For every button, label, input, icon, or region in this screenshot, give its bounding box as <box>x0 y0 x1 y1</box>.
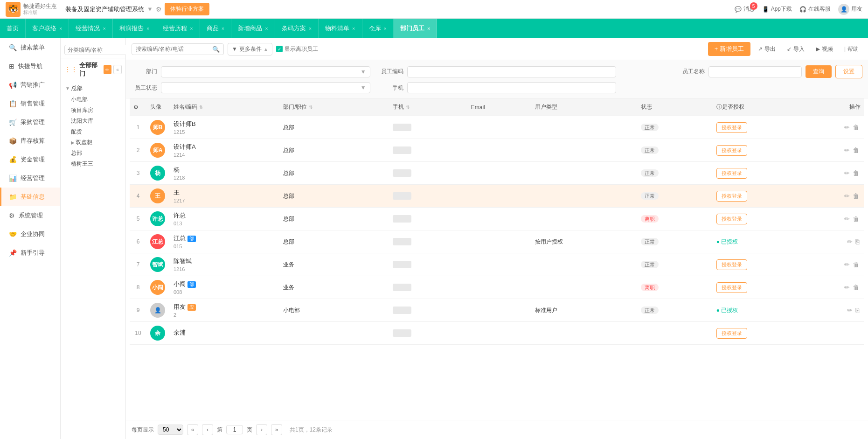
delete-icon[interactable]: 🗑 <box>851 192 861 200</box>
tab-customer[interactable]: 客户联络 × <box>26 19 69 38</box>
edit-icon[interactable]: ✏ <box>843 124 851 131</box>
more-filter-btn[interactable]: ▼ 更多条件 ▲ <box>228 43 272 56</box>
th-phone[interactable]: 手机 ⇅ <box>389 98 467 116</box>
edit-icon[interactable]: ✏ <box>846 238 854 245</box>
edit-icon[interactable]: ✏ <box>846 307 854 314</box>
tab-barcode[interactable]: 条码方案 × <box>275 19 319 38</box>
copy-icon[interactable]: ⎘ <box>854 307 861 314</box>
sidebar-item-quicknav[interactable]: ⊞ 快捷导航 <box>0 57 60 76</box>
add-employee-button[interactable]: + 新增员工 <box>708 42 750 56</box>
auth-login-btn[interactable]: 授权登录 <box>716 191 747 202</box>
export-btn[interactable]: ↗ 导出 <box>754 43 779 55</box>
settings-icon[interactable]: ⚙ <box>156 6 162 13</box>
last-page-btn[interactable]: » <box>271 424 282 435</box>
show-former-toggle[interactable]: ✓ 显示离职员工 <box>276 45 318 53</box>
tab-history[interactable]: 经营历程 × <box>156 19 200 38</box>
close-icon[interactable]: × <box>309 26 312 31</box>
close-icon[interactable]: × <box>222 26 224 31</box>
th-dept[interactable]: 部门/职位 ⇅ <box>279 98 389 116</box>
phone-input[interactable] <box>407 82 617 93</box>
delete-icon[interactable]: 🗑 <box>851 215 861 223</box>
sidebar-item-purchase[interactable]: 🛒 采购管理 <box>0 113 60 132</box>
close-icon[interactable]: × <box>59 26 62 31</box>
prev-page-btn[interactable]: ‹ <box>202 424 213 435</box>
tab-home[interactable]: 首页 <box>0 19 26 38</box>
search-button[interactable]: 查询 <box>806 65 832 78</box>
edit-icon[interactable]: ✏ <box>843 146 851 154</box>
th-name-code[interactable]: 姓名/编码 ⇅ <box>170 98 279 116</box>
delete-icon[interactable]: 🗑 <box>851 169 861 177</box>
settings-icon[interactable]: ⚙ <box>133 104 139 111</box>
status-select[interactable]: ▼ <box>161 82 370 93</box>
sidebar-item-marketing[interactable]: 📢 营销推广 <box>0 76 60 94</box>
search-icon[interactable]: 🔍 <box>212 46 220 53</box>
auth-login-btn[interactable]: 授权登录 <box>716 259 747 270</box>
auth-login-btn[interactable]: 授权登录 <box>716 328 747 339</box>
edit-icon[interactable]: ✏ <box>843 215 851 223</box>
edit-icon[interactable]: ✏ <box>843 169 851 177</box>
help-btn[interactable]: | 帮助 <box>840 43 862 55</box>
tab-new-goods[interactable]: 新增商品 × <box>231 19 275 38</box>
video-btn[interactable]: ▶ 视频 <box>812 43 837 55</box>
close-icon[interactable]: × <box>265 26 268 31</box>
sidebar-item-baseinfo[interactable]: 📁 基础信息 <box>0 188 60 206</box>
message-btn[interactable]: 💬 消息 5 <box>735 5 755 13</box>
close-icon[interactable]: × <box>190 26 193 31</box>
dept-node-zhishuwangsan[interactable]: 植树王三 <box>61 159 125 169</box>
set-button[interactable]: 设置 <box>835 65 862 78</box>
dept-edit-btn[interactable]: ✏ <box>104 65 112 74</box>
delete-icon[interactable]: 🗑 <box>851 146 861 154</box>
sidebar-item-system[interactable]: ⚙ 系统管理 <box>0 206 60 225</box>
trial-button[interactable]: 体验行业方案 <box>165 3 209 15</box>
edit-icon[interactable]: ✏ <box>843 284 851 291</box>
dept-node-zongbu-child[interactable]: 总部 <box>61 148 125 159</box>
delete-icon[interactable]: 🗑 <box>851 261 861 268</box>
tab-bom[interactable]: 物料清单 × <box>319 19 362 38</box>
dropdown-icon[interactable]: ▼ <box>147 6 153 13</box>
service-btn[interactable]: 🎧 在线客服 <box>799 5 831 13</box>
dept-node-xiangmukufang[interactable]: 项目库房 <box>61 105 125 116</box>
close-icon[interactable]: × <box>384 26 387 31</box>
th-settings[interactable]: ⚙ <box>130 98 146 116</box>
next-page-btn[interactable]: › <box>256 424 267 435</box>
tab-employee[interactable]: 部门员工 × <box>394 19 437 38</box>
dept-node-zongbu-parent[interactable]: ▼ 总部 <box>61 83 125 94</box>
sidebar-item-sales[interactable]: 📋 销售管理 <box>0 94 60 113</box>
dept-node-peihuo[interactable]: 配货 <box>61 126 125 137</box>
user-btn[interactable]: 👤 用友 <box>838 4 862 15</box>
dept-collapse-btn[interactable]: « <box>113 65 122 74</box>
sidebar-item-inventory[interactable]: 📦 库存核算 <box>0 132 60 150</box>
auth-login-btn[interactable]: 授权登录 <box>716 282 747 293</box>
tab-goods[interactable]: 商品 × <box>200 19 231 38</box>
sidebar-item-search[interactable]: 🔍 搜索菜单 <box>0 38 60 57</box>
dept-node-shenyangdaku[interactable]: 沈阳大库 <box>61 116 125 126</box>
auth-login-btn[interactable]: 授权登录 <box>716 145 747 156</box>
auth-login-btn[interactable]: 授权登录 <box>716 168 747 179</box>
app-download-btn[interactable]: 📱 App下载 <box>762 5 792 13</box>
delete-icon[interactable]: 🗑 <box>851 284 861 291</box>
page-number-input[interactable] <box>226 425 243 434</box>
sidebar-item-guide[interactable]: 📌 新手引导 <box>0 244 60 262</box>
dept-node-xiaodibu[interactable]: 小电部 <box>61 94 125 105</box>
first-page-btn[interactable]: « <box>187 424 198 435</box>
sidebar-item-finance[interactable]: 💰 资金管理 <box>0 150 60 169</box>
emp-search-input[interactable] <box>136 46 210 52</box>
copy-icon[interactable]: ⎘ <box>854 238 861 245</box>
dept-select[interactable]: ▼ <box>161 66 370 77</box>
sidebar-item-bizmanage[interactable]: 📊 经营管理 <box>0 169 60 188</box>
auth-login-btn[interactable]: 授权登录 <box>716 214 747 224</box>
close-icon[interactable]: × <box>352 26 355 31</box>
emp-name-input[interactable] <box>708 66 802 77</box>
edit-icon[interactable]: ✏ <box>843 261 851 268</box>
close-icon[interactable]: × <box>146 26 149 31</box>
sidebar-item-collab[interactable]: 🤝 企业协同 <box>0 225 60 244</box>
auth-login-btn[interactable]: 授权登录 <box>716 122 747 133</box>
emp-code-input[interactable] <box>407 66 617 77</box>
close-icon[interactable]: × <box>103 26 105 31</box>
page-size-select[interactable]: 50 20 100 <box>158 425 183 435</box>
close-icon[interactable]: × <box>427 26 430 31</box>
tab-operation[interactable]: 经营情况 × <box>69 19 112 38</box>
tab-warehouse[interactable]: 仓库 × <box>362 19 394 38</box>
edit-icon[interactable]: ✏ <box>843 192 851 200</box>
dept-node-shuangxuxiang[interactable]: ▶ 双虚想 <box>61 137 125 148</box>
